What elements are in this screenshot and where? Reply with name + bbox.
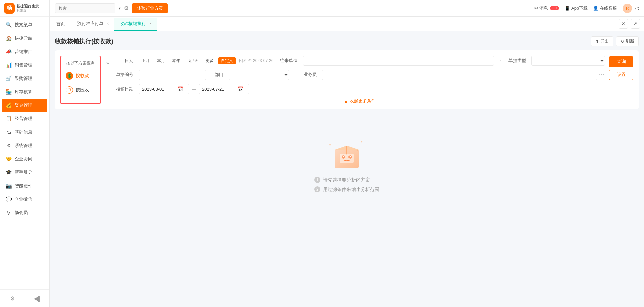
svg-text:✦: ✦ <box>328 143 332 147</box>
tab-prepay[interactable]: 预付冲应付单 × <box>72 18 114 31</box>
tab-writeoff[interactable]: 收款核销执行 × <box>114 18 157 31</box>
home-icon: 🏠 <box>5 35 12 42</box>
sidebar-item-hardware[interactable]: 📷 智能硬件 <box>0 179 49 193</box>
settings-icon-btn[interactable]: ⚙ <box>7 293 18 304</box>
date-tab-last-month[interactable]: 上月 <box>139 57 152 64</box>
calendar-start-icon[interactable]: 📅 <box>177 86 183 92</box>
dept-select[interactable] <box>229 70 289 80</box>
tab-home[interactable]: 首页 <box>50 18 72 31</box>
hardware-icon: 📷 <box>5 183 12 189</box>
doc-no-label: 单据编号 <box>115 72 133 78</box>
sidebar-item-sales[interactable]: 📊 销售管理 <box>0 58 49 72</box>
filter-row-1: 日期 上月 本月 本年 近7天 更多 自定义 不限 至 2023-07-26 往… <box>115 56 605 66</box>
tab-close-all-btn[interactable]: ✕ <box>619 19 628 29</box>
sidebar-logo: 畅 畅捷通好生意 标准版 <box>0 0 49 17</box>
sidebar-item-system[interactable]: ⚙ 系统管理 <box>0 139 49 152</box>
dept-label: 部门 <box>211 72 223 78</box>
tab-bar: 首页 预付冲应付单 × 收款核销执行 × ✕ ⤢ <box>50 17 644 31</box>
query-button[interactable]: 查询 <box>609 56 633 67</box>
sidebar-item-funds[interactable]: 💰 资金管理 <box>2 99 47 112</box>
user-profile[interactable]: R Rit <box>623 4 639 13</box>
date-to-display: 至 2023-07-26 <box>248 58 274 64</box>
header-dropdown-icon[interactable]: ▾ <box>119 6 121 11</box>
writeoff-end-input[interactable] <box>202 87 235 92</box>
filter-settings-button[interactable]: 设置 <box>609 70 633 80</box>
logo-icon: 畅 <box>4 3 15 14</box>
filter-row-3: 核销日期 📅 — 📅 <box>115 84 605 94</box>
doc-type-label: 单据类型 <box>507 58 526 64</box>
writeoff-date-range: 📅 — 📅 <box>139 84 249 94</box>
refresh-button[interactable]: ↻ 刷新 <box>616 36 639 46</box>
sidebar-item-basicinfo[interactable]: 🗂 基础信息 <box>0 125 49 139</box>
search-icon: 🔍 <box>5 21 12 28</box>
app-icon: 📱 <box>565 6 570 11</box>
receipt-icon: 💲 <box>66 72 73 80</box>
tab-expand-btn[interactable]: ⤢ <box>631 19 640 29</box>
sidebar-item-marketing[interactable]: 📣 营销推广 <box>0 45 49 58</box>
export-button[interactable]: ⬆ 导出 <box>591 36 613 46</box>
message-button[interactable]: ✉ 消息 99+ <box>534 5 559 11</box>
counterparty-label: 往来单位 <box>279 58 298 64</box>
sidebar-item-member[interactable]: V 畅会员 <box>0 206 49 219</box>
filter-panel: 按以下方案查询 💲 按收款 ⏱ 按应收 « 日期 上 <box>55 50 639 109</box>
funds-icon: 💰 <box>5 102 12 109</box>
sidebar-item-purchase[interactable]: 🛒 采购管理 <box>0 72 49 85</box>
date-tab-this-month[interactable]: 本月 <box>154 57 168 64</box>
page-title-bar: 收款核销执行(按收款) ⬆ 导出 ↻ 刷新 <box>55 36 639 46</box>
writeoff-start-input[interactable] <box>142 87 175 92</box>
calendar-end-icon[interactable]: 📅 <box>237 86 243 92</box>
writeoff-end-box[interactable]: 📅 <box>199 84 249 94</box>
header-search-input[interactable] <box>55 3 115 13</box>
sidebar-item-wechat[interactable]: 💬 企业微信 <box>0 193 49 206</box>
svg-text:✦: ✦ <box>356 149 359 152</box>
staff-input[interactable] <box>322 70 597 80</box>
sidebar-item-search[interactable]: 🔍 搜索菜单 <box>0 18 49 32</box>
tab-bar-actions: ✕ ⤢ <box>619 19 640 29</box>
doc-no-input[interactable] <box>139 70 206 80</box>
collapse-sidebar-btn[interactable]: ◀‖ <box>32 293 42 304</box>
tab-prepay-close[interactable]: × <box>107 21 109 26</box>
guide-icon: 🎓 <box>5 169 12 176</box>
app-download-button[interactable]: 📱 App下载 <box>565 5 588 11</box>
tip-num-2: 2 <box>314 186 320 192</box>
date-tab-this-year[interactable]: 本年 <box>170 57 183 64</box>
operations-icon: 📋 <box>5 115 12 122</box>
sidebar-item-inventory[interactable]: 🏪 库存核算 <box>0 85 49 99</box>
sidebar-item-guide[interactable]: 🎓 新手引导 <box>0 166 49 179</box>
svg-point-6 <box>350 156 351 157</box>
sidebar-item-enterprise[interactable]: 🤝 企业协同 <box>0 152 49 166</box>
service-icon: 👤 <box>593 6 598 11</box>
staff-dots-icon[interactable]: ··· <box>599 72 605 78</box>
tab-writeoff-close[interactable]: × <box>149 21 152 26</box>
filter-type-sidebar: 按以下方案查询 💲 按收款 ⏱ 按应收 <box>60 56 101 104</box>
megaphone-icon: 📣 <box>5 48 12 55</box>
doc-type-select[interactable] <box>531 56 605 66</box>
sidebar-item-operations[interactable]: 📋 经营管理 <box>0 112 49 125</box>
date-no-limit: 不限 <box>238 58 246 64</box>
date-tab-more[interactable]: 更多 <box>203 57 216 64</box>
header-right: ✉ 消息 99+ 📱 App下载 👤 在线客服 R Rit <box>534 4 639 13</box>
writeoff-start-box[interactable]: 📅 <box>139 84 189 94</box>
filter-by-receivable[interactable]: ⏱ 按应收 <box>64 84 97 96</box>
system-icon: ⚙ <box>5 142 12 149</box>
filter-main: 日期 上月 本月 本年 近7天 更多 自定义 不限 至 2023-07-26 往… <box>115 56 605 104</box>
sidebar-nav: 🔍 搜索菜单 🏠 快捷导航 📣 营销推广 📊 销售管理 🛒 采购管理 🏪 库存核… <box>0 17 49 289</box>
page-actions: ⬆ 导出 ↻ 刷新 <box>591 36 639 46</box>
counterparty-input[interactable] <box>303 56 494 66</box>
online-service-button[interactable]: 👤 在线客服 <box>593 5 617 11</box>
collapse-conditions-btn[interactable]: ▲ 收起更多条件 <box>115 98 605 104</box>
date-label: 日期 <box>115 58 133 64</box>
sidebar-bottom: ⚙ ◀‖ <box>0 289 49 307</box>
filter-sidebar-collapse-btn[interactable]: « <box>105 60 111 65</box>
date-tab-7days[interactable]: 近7天 <box>185 57 201 64</box>
industry-solution-button[interactable]: 体验行业方案 <box>132 3 168 13</box>
tip-num-1: 1 <box>314 177 320 183</box>
header-gear-icon[interactable]: ⚙ <box>124 5 129 11</box>
sales-icon: 📊 <box>5 62 12 68</box>
date-tab-custom[interactable]: 自定义 <box>218 57 236 64</box>
top-header: ▾ ⚙ 体验行业方案 ✉ 消息 99+ 📱 App下载 👤 在线客服 R Rit <box>50 0 644 17</box>
sidebar-item-quicknav[interactable]: 🏠 快捷导航 <box>0 32 49 45</box>
counterparty-dots-icon[interactable]: ··· <box>495 58 502 64</box>
content-area: 收款核销执行(按收款) ⬆ 导出 ↻ 刷新 按以下方案查询 💲 按收款 <box>50 31 644 307</box>
filter-by-receipt[interactable]: 💲 按收款 <box>64 69 97 82</box>
